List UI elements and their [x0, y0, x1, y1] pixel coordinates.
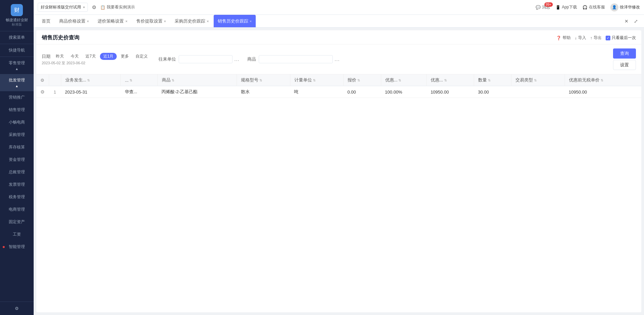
- tab-label: 商品价格设置: [59, 18, 85, 24]
- source-unit-input[interactable]: [179, 55, 232, 63]
- tab-purchase-history[interactable]: 采购历史价跟踪×: [171, 15, 213, 27]
- tab-sales-history[interactable]: 销售历史价跟踪×: [214, 15, 256, 27]
- td-pretax_price: 10950.00: [565, 86, 641, 98]
- workspace-name: 好业财标准版交付试用: [41, 4, 81, 10]
- th-pretax_price[interactable]: 优惠前无税单价⇅: [565, 74, 641, 86]
- sidebar-item-label: 智能管理: [9, 244, 25, 250]
- tab-product-price[interactable]: 商品价格设置×: [55, 15, 93, 27]
- export-btn[interactable]: ↑ 导出: [590, 35, 602, 41]
- tab-close-icon[interactable]: ×: [250, 19, 252, 23]
- tab-close-icon[interactable]: ×: [87, 19, 89, 23]
- th-trade_type[interactable]: 交易类型⇅: [511, 74, 565, 86]
- sidebar-item-9[interactable]: 发票管理: [0, 178, 34, 191]
- sidebar-item-label: 批发管理: [9, 77, 25, 83]
- page-content: 销售历史价查询 ❓ 帮助 ↓ 导入 ↑ 导出 ✓ 只看最后一次: [36, 30, 641, 312]
- import-btn[interactable]: ↓ 导入: [575, 35, 586, 41]
- sidebar-item-12[interactable]: 固定资产: [0, 216, 34, 228]
- source-unit-input-group: …: [179, 55, 239, 63]
- tab-close-icon[interactable]: ×: [125, 19, 127, 23]
- import-label: 导入: [578, 35, 586, 41]
- col-label-discount_price: 优惠...: [431, 77, 443, 83]
- td-spec: 散水: [237, 86, 290, 98]
- user-profile-btn[interactable]: 👤 徐泽华修改: [610, 3, 640, 11]
- tab-close-icon[interactable]: ×: [164, 19, 166, 23]
- sidebar: 财 畅捷通好业财 标准版 搜索菜单 快捷导航 零售管理▲批发管理▲营销推广销售管…: [0, 0, 34, 315]
- sidebar-item-14[interactable]: 智能管理: [0, 241, 34, 253]
- tab-home[interactable]: 首页: [38, 15, 55, 27]
- app-download-btn[interactable]: 📱 App下载: [556, 4, 577, 10]
- sidebar-item-3[interactable]: 销售管理: [0, 104, 34, 116]
- sidebar-item-5[interactable]: 采购管理: [0, 129, 34, 141]
- table-row[interactable]: ⚙12023-05-31华查...丙烯酸-2-乙基己酯散水吨0.00100.00…: [36, 86, 641, 98]
- th-price[interactable]: 报价⇅: [344, 74, 381, 86]
- table-settings-icon[interactable]: ⚙: [40, 78, 44, 83]
- only-last-checkbox[interactable]: ✓ 只看最后一次: [606, 35, 636, 41]
- date-range-display: 2023-05-02 至 2023-06-02: [42, 61, 150, 66]
- product-filter-label: 商品: [247, 56, 256, 62]
- sidebar-item-8[interactable]: 总账管理: [0, 166, 34, 178]
- tab-label: 售价提取设置: [136, 18, 163, 24]
- app-download-label: App下载: [562, 4, 577, 10]
- app-download-icon: 📱: [556, 5, 561, 10]
- close-tab-btn[interactable]: ✕: [622, 17, 631, 25]
- row-settings-icon[interactable]: ⚙: [40, 89, 45, 95]
- message-icon: 💬: [536, 5, 541, 10]
- sidebar-item-7[interactable]: 资金管理: [0, 153, 34, 166]
- source-unit-dots-btn[interactable]: …: [234, 56, 239, 62]
- table-body: ⚙12023-05-31华查...丙烯酸-2-乙基己酯散水吨0.00100.00…: [36, 86, 641, 98]
- col-label-trade_type: 交易类型: [515, 77, 533, 83]
- demo-btn[interactable]: 📋 我要看实例演示: [100, 4, 135, 10]
- demo-icon: 📋: [100, 5, 105, 10]
- date-option-5[interactable]: 自定义: [133, 53, 150, 60]
- sidebar-item-13[interactable]: 工资: [0, 228, 34, 241]
- product-dots-btn[interactable]: …: [334, 56, 339, 62]
- sidebar-item-0[interactable]: 零售管理▲: [0, 57, 34, 74]
- tab-purchase-strategy[interactable]: 进价策略设置×: [94, 15, 131, 27]
- sidebar-search[interactable]: 搜索菜单: [0, 31, 34, 44]
- td-unit: 吨: [290, 86, 343, 98]
- sidebar-item-2[interactable]: 营销推广: [0, 91, 34, 104]
- sidebar-item-10[interactable]: 税务管理: [0, 191, 34, 203]
- th-spec[interactable]: 规格型号⇅: [237, 74, 290, 86]
- sidebar-item-label: 零售管理: [9, 60, 25, 66]
- page-header: 销售历史价查询 ❓ 帮助 ↓ 导入 ↑ 导出 ✓ 只看最后一次: [36, 30, 641, 44]
- date-option-1[interactable]: 今天: [68, 53, 81, 60]
- sidebar-nav[interactable]: 快捷导航: [0, 44, 34, 57]
- th-quantity[interactable]: 数量⇅: [474, 74, 511, 86]
- date-option-0[interactable]: 昨天: [53, 53, 67, 60]
- date-option-3[interactable]: 近1月: [100, 53, 117, 60]
- settings-btn[interactable]: 设置: [613, 60, 636, 70]
- sidebar-item-6[interactable]: 库存核算: [0, 141, 34, 153]
- headset-icon: 🎧: [582, 5, 587, 10]
- maximize-tab-btn[interactable]: ⤢: [632, 17, 640, 25]
- sidebar-item-4[interactable]: 小畅电商: [0, 116, 34, 129]
- workspace-chevron-icon: ▾: [83, 5, 85, 9]
- sidebar-item-1[interactable]: 批发管理▲: [0, 74, 34, 91]
- th-discount_price[interactable]: 优惠...⇅: [427, 74, 474, 86]
- date-option-4[interactable]: 更多: [118, 53, 132, 60]
- th-discount_rate[interactable]: 优惠...⇅: [381, 74, 427, 86]
- export-label: 导出: [594, 35, 602, 41]
- help-btn[interactable]: ❓ 帮助: [556, 35, 571, 41]
- product-input[interactable]: [259, 55, 333, 63]
- topbar-right: 💬 消息 99+ 📱 App下载 🎧 在线客服 👤 徐泽华修改: [536, 3, 640, 11]
- td-business_date: 2023-05-31: [61, 86, 121, 98]
- date-option-2[interactable]: 近7天: [83, 53, 99, 60]
- topbar-settings-icon[interactable]: ⚙: [92, 4, 96, 10]
- user-name: 徐泽华修改: [620, 4, 640, 10]
- sidebar-settings-btn[interactable]: ⚙: [0, 302, 34, 315]
- online-service-btn[interactable]: 🎧 在线客服: [582, 4, 605, 10]
- sidebar-item-label: 销售管理: [9, 107, 25, 113]
- th-more1[interactable]: ...⇅: [121, 74, 157, 86]
- th-unit[interactable]: 计量单位⇅: [290, 74, 343, 86]
- sidebar-item-label: 小畅电商: [9, 119, 25, 125]
- tab-close-icon[interactable]: ×: [207, 19, 209, 23]
- messages-btn[interactable]: 💬 消息 99+: [536, 4, 550, 10]
- th-product[interactable]: 商品⇅: [157, 74, 237, 86]
- tab-sale-price-extract[interactable]: 售价提取设置×: [132, 15, 170, 27]
- query-btn[interactable]: 查询: [613, 48, 636, 59]
- logo-text: 畅捷通好业财: [6, 18, 28, 22]
- sidebar-item-11[interactable]: 电商管理: [0, 203, 34, 216]
- th-business_date[interactable]: 业务发生...⇅: [61, 74, 121, 86]
- workspace-selector[interactable]: 好业财标准版交付试用 ▾: [38, 3, 88, 12]
